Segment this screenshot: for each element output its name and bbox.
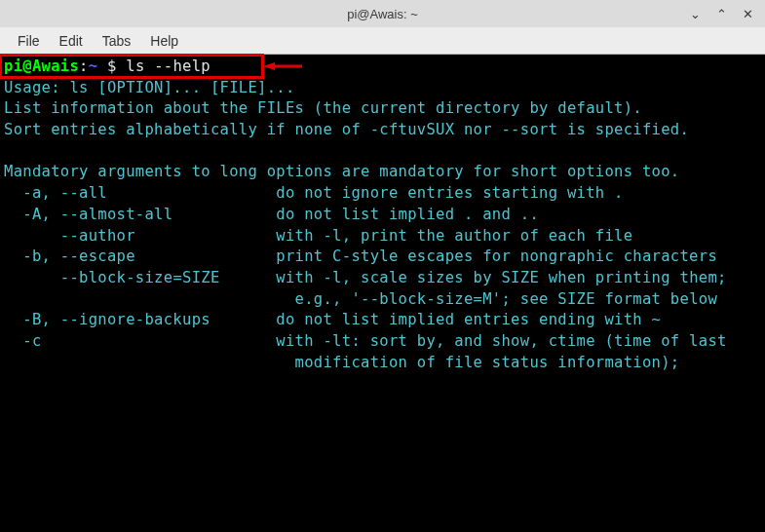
prompt-dollar: $ (97, 57, 126, 75)
prompt-line: pi@Awais:~ $ ls --help (4, 57, 761, 78)
window-title: pi@Awais: ~ (347, 7, 418, 21)
prompt-userhost: pi@Awais (4, 57, 79, 75)
minimize-icon[interactable]: ⌄ (686, 7, 705, 21)
close-icon[interactable]: ✕ (739, 7, 757, 21)
prompt-command: ls --help (126, 57, 210, 75)
window-controls: ⌄ ⌃ ✕ (686, 7, 757, 21)
menu-tabs[interactable]: Tabs (93, 29, 141, 53)
menu-edit[interactable]: Edit (50, 29, 93, 53)
window-titlebar: pi@Awais: ~ ⌄ ⌃ ✕ (0, 0, 765, 27)
terminal-viewport[interactable]: pi@Awais:~ $ ls --help Usage: ls [OPTION… (0, 55, 765, 375)
menu-file[interactable]: File (8, 29, 50, 53)
terminal-output: Usage: ls [OPTION]... [FILE]... List inf… (4, 78, 761, 374)
menu-help[interactable]: Help (140, 29, 188, 53)
menubar: File Edit Tabs Help (0, 27, 765, 55)
maximize-icon[interactable]: ⌃ (712, 7, 731, 21)
prompt-colon: : (79, 57, 89, 75)
prompt-path: ~ (89, 57, 98, 75)
